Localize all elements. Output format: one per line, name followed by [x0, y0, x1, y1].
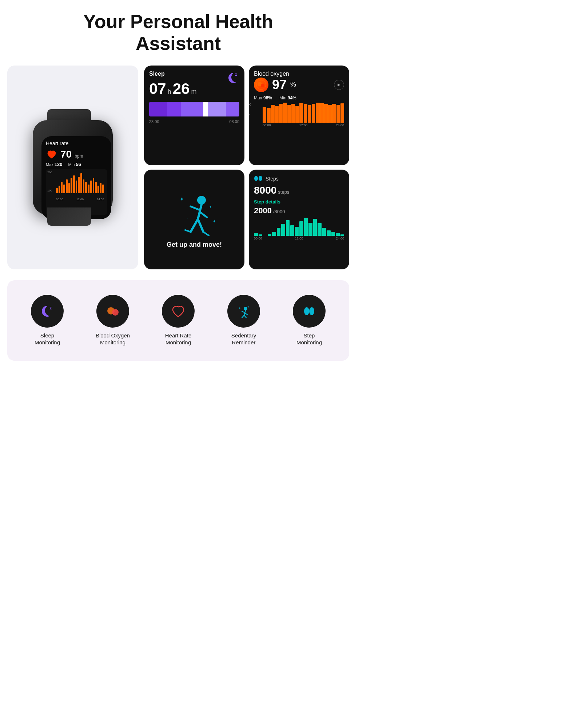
svg-line-26: [242, 311, 245, 313]
feature-oxygen: Blood OxygenMonitoring: [85, 295, 140, 346]
watch-bar: [63, 185, 65, 193]
steps-bar: [336, 233, 340, 236]
svg-point-17: [259, 176, 262, 181]
watch-bar: [102, 185, 104, 193]
watch-bar: [80, 173, 82, 193]
feature-sleep: z SleepMonitoring: [20, 295, 75, 346]
oxygen-bar: [328, 105, 332, 122]
oxygen-chart-y-labels: 100 50 0: [249, 103, 251, 127]
watch-bar: [56, 188, 58, 193]
watch-chart-y-labels: 200 100 0: [47, 171, 52, 210]
steps-bar: [318, 223, 322, 236]
watch-band-bottom: [47, 207, 91, 226]
min-label: Min 56: [68, 162, 81, 167]
sleep-bar: [149, 102, 239, 116]
step-monitoring-icon-circle: [293, 295, 326, 328]
svg-text:✦: ✦: [180, 196, 184, 202]
oxygen-card: Blood oxygen 97 % ▶ Max 98% Min 94%: [249, 66, 349, 165]
svg-text:·: ·: [187, 217, 188, 220]
svg-line-10: [191, 206, 200, 210]
oxygen-bar: [316, 103, 319, 123]
bpm-value: 70: [60, 149, 72, 160]
oxygen-icon: [254, 78, 268, 92]
svg-text:✦: ✦: [238, 306, 241, 310]
steps-bar: [281, 224, 285, 236]
oxygen-bar: [295, 106, 299, 123]
steps-bar: [327, 230, 331, 236]
svg-point-31: [309, 307, 314, 315]
max-min-row: Max 120 Min 56: [46, 162, 107, 167]
watch-bar: [93, 178, 95, 193]
oxygen-chart: [263, 103, 344, 123]
oxygen-symbol: %: [290, 81, 296, 88]
sleep-card: Sleep z 07 h 26 m: [144, 66, 244, 165]
watch-bar: [78, 177, 80, 193]
oxygen-main-row: 97 % ▶: [254, 77, 344, 92]
step-total: /8000: [273, 209, 285, 214]
oxygen-bar: [340, 103, 344, 123]
watch-screen: Heart rate 70 bpm Max 120 Min 56: [41, 136, 111, 219]
watch-bar: [97, 186, 99, 193]
oxygen-bar: [324, 104, 328, 122]
steps-bar: [331, 232, 335, 236]
oxygen-play-button[interactable]: ▶: [334, 80, 344, 90]
step-current: 2000: [254, 206, 272, 215]
sleep-end-time: 08:00: [229, 119, 239, 124]
svg-line-15: [203, 232, 209, 236]
svg-line-14: [185, 230, 191, 232]
oxygen-bar: [287, 105, 291, 123]
oxygen-title: Blood oxygen: [254, 71, 344, 77]
sleep-monitoring-label: SleepMonitoring: [35, 332, 60, 346]
svg-line-28: [242, 315, 244, 318]
svg-text:✦: ✦: [247, 305, 250, 309]
steps-bar: [299, 221, 303, 236]
steps-bar: [272, 232, 276, 236]
step-monitoring-label: StepMonitoring: [296, 332, 322, 346]
oxygen-bar: [320, 103, 324, 123]
oxygen-bar: [304, 104, 307, 122]
heart-monitoring-icon-circle: [162, 295, 195, 328]
svg-text:z: z: [235, 72, 237, 76]
sleep-minutes: 26: [173, 80, 190, 98]
feature-sedentary: ✦ ✦ SedentaryReminder: [216, 295, 271, 346]
sleep-time-row: 07 h 26 m: [149, 80, 239, 98]
steps-bar: [340, 234, 344, 236]
steps-unit: steps: [278, 189, 289, 195]
watch-bar: [90, 181, 92, 193]
sleep-hours-unit: h: [168, 88, 171, 96]
watch-bar: [100, 183, 102, 193]
max-value: 120: [55, 162, 63, 167]
steps-value-row: 8000 steps: [254, 185, 344, 196]
sleep-hours: 07: [149, 80, 166, 98]
heart-monitoring-label: Heart RateMonitoring: [165, 332, 192, 346]
watch-bar: [85, 182, 87, 193]
watch-chart-x-labels: 00:00 12:00 24:00: [56, 198, 104, 201]
watch-screen-title: Heart rate: [46, 141, 107, 146]
bottom-section: z SleepMonitoring Blood OxygenMonitoring…: [7, 280, 349, 361]
oxygen-monitoring-icon-circle: [96, 295, 129, 328]
feature-heart: Heart RateMonitoring: [151, 295, 206, 346]
oxygen-bar: [308, 105, 311, 123]
steps-icon: [254, 175, 263, 183]
watch-body: Heart rate 70 bpm Max 120 Min 56: [33, 120, 113, 215]
feature-steps: StepMonitoring: [282, 295, 336, 346]
watch-container: Heart rate 70 bpm Max 120 Min 56: [29, 109, 116, 226]
getup-card: ✦ ✦ · ✦: [144, 170, 244, 269]
steps-bar: [286, 220, 290, 236]
steps-value: 8000: [254, 185, 276, 196]
oxygen-bar: [275, 106, 279, 123]
sleep-monitoring-icon-circle: z: [31, 295, 64, 328]
step-details-title: Step details: [254, 199, 344, 205]
steps-bar: [268, 234, 272, 236]
watch-bar: [95, 182, 97, 193]
oxygen-bar: [279, 104, 283, 123]
svg-text:✦: ✦: [209, 205, 212, 209]
svg-line-11: [200, 212, 207, 217]
step-progress: 2000 /8000: [254, 206, 344, 215]
watch-chart-bars: [56, 171, 104, 193]
svg-point-16: [254, 176, 258, 181]
oxygen-bar: [312, 104, 315, 123]
watch-bar: [73, 175, 75, 193]
steps-bar: [277, 228, 281, 236]
watch-bar: [59, 186, 60, 193]
